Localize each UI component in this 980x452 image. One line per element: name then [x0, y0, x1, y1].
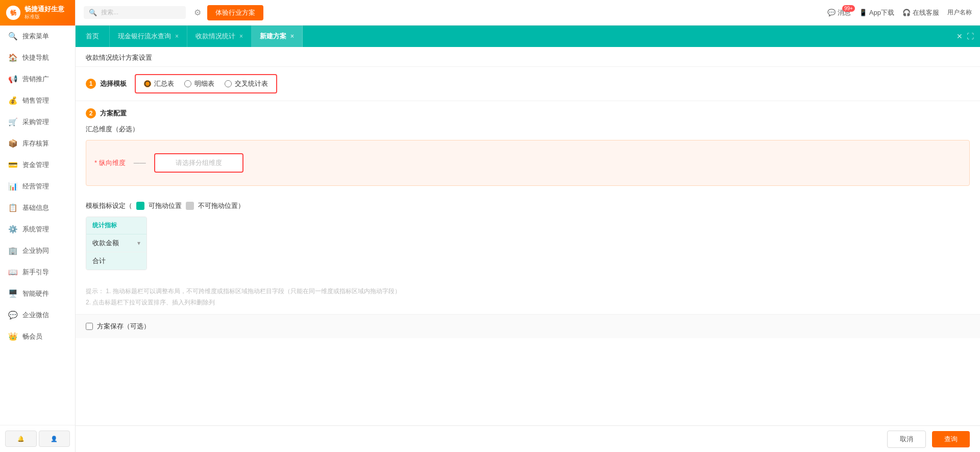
header-search-text: 搜索... — [101, 8, 118, 17]
metrics-subtotal: 合计 — [86, 252, 146, 270]
metrics-hint-row: 模板指标设定（ 可拖动位置 不可拖动位置） — [86, 201, 970, 210]
sidebar-item-7[interactable]: 📊经营管理 — [0, 176, 75, 197]
radio-summary[interactable]: 汇总表 — [144, 79, 174, 88]
tab-close-3[interactable]: × — [290, 33, 294, 40]
page-content: 收款情况统计方案设置 1 选择模板 汇总表 明细 — [76, 47, 980, 425]
dimension-area: * 纵向维度 —— 请选择分组维度 — [86, 140, 970, 186]
sidebar-icon-3: 💰 — [8, 96, 17, 105]
step1-badge: 1 — [86, 79, 96, 89]
metrics-header: 统计指标 — [86, 217, 146, 234]
sidebar-icon-4: 🛒 — [8, 117, 17, 127]
tab-label-0: 首页 — [86, 32, 99, 41]
arrow-icon: —— — [134, 159, 146, 166]
message-badge[interactable]: 💬 消息 99+ — [827, 8, 851, 17]
query-button[interactable]: 查询 — [932, 431, 970, 447]
tip-2: 2. 点击标题栏下拉可设置排序、插入列和删除列 — [86, 297, 970, 308]
sidebar-item-9[interactable]: ⚙️系统管理 — [0, 219, 75, 240]
sidebar-icon-1: 🏠 — [8, 53, 17, 62]
sidebar-label-8: 基础信息 — [22, 203, 49, 212]
sidebar-label-0: 搜索菜单 — [22, 32, 49, 41]
sidebar-item-0[interactable]: 🔍搜索菜单 — [0, 26, 75, 47]
tab-1[interactable]: 现金银行流水查询× — [110, 26, 187, 47]
footer-section: 方案保存（可选） — [76, 314, 980, 338]
sidebar-bottom-btn-1[interactable]: 🔔 — [5, 431, 37, 447]
sidebar-item-13[interactable]: 💬企业微信 — [0, 304, 75, 326]
tab-label-1: 现金银行流水查询 — [118, 32, 171, 41]
sidebar-item-1[interactable]: 🏠快捷导航 — [0, 47, 75, 68]
sidebar-label-14: 畅会员 — [22, 332, 42, 341]
app-name: 畅捷通好生意 — [24, 5, 64, 13]
sidebar-label-10: 企业协同 — [22, 246, 49, 255]
tab-0[interactable]: 首页 — [76, 26, 110, 47]
tab-close-1[interactable]: × — [175, 33, 179, 40]
sidebar-icon-11: 📖 — [8, 268, 17, 277]
sidebar-icon-5: 📦 — [8, 139, 17, 148]
sidebar-icon-12: 🖥️ — [8, 289, 17, 298]
download-label: App下载 — [869, 8, 894, 17]
top-header: 🔍 搜索... ⚙ 体验行业方案 💬 消息 99+ 📱 App下载 🎧 在线客服… — [76, 0, 980, 26]
content-area: 收款情况统计方案设置 1 选择模板 汇总表 明细 — [76, 47, 980, 425]
sidebar-item-3[interactable]: 💰销售管理 — [0, 90, 75, 111]
sidebar-icon-2: 📢 — [8, 75, 17, 84]
search-icon: 🔍 — [89, 9, 97, 16]
sidebar-item-14[interactable]: 👑畅会员 — [0, 326, 75, 347]
sidebar-label-7: 经营管理 — [22, 182, 49, 191]
dimension-select[interactable]: 请选择分组维度 — [154, 153, 243, 173]
metrics-table-area: 统计指标 收款金额 ▾ 合计 — [86, 217, 147, 270]
settings-icon[interactable]: ⚙ — [194, 8, 201, 17]
tab-close-2[interactable]: × — [239, 33, 243, 40]
tab-label-3: 新建方案 — [260, 32, 286, 41]
metrics-section: 模板指标设定（ 可拖动位置 不可拖动位置） 统计指标 收款金额 ▾ 合计 — [76, 201, 980, 280]
message-icon: 💬 — [827, 9, 836, 16]
sidebar-icon-8: 📋 — [8, 203, 17, 212]
sidebar-item-8[interactable]: 📋基础信息 — [0, 197, 75, 219]
maximize-window-icon[interactable]: ⛶ — [967, 32, 974, 40]
step2-label: 方案配置 — [100, 109, 127, 118]
header-actions: 💬 消息 99+ 📱 App下载 🎧 在线客服 用户名称 — [827, 8, 972, 17]
tab-2[interactable]: 收款情况统计× — [187, 26, 252, 47]
window-btns: ✕ ⛶ — [957, 32, 980, 40]
sidebar-item-4[interactable]: 🛒采购管理 — [0, 111, 75, 133]
message-count: 99+ — [842, 5, 855, 12]
save-checkbox[interactable] — [86, 323, 93, 330]
draggable-badge — [136, 202, 144, 210]
tab-bar: 首页现金银行流水查询×收款情况统计×新建方案× ✕ ⛶ — [76, 26, 980, 47]
tip-1: 提示： 1. 拖动标题栏可以调整布局，不可跨维度或指标区域拖动栏目字段（只能在同… — [86, 286, 970, 297]
sidebar-icon-0: 🔍 — [8, 32, 17, 41]
sidebar-icon-13: 💬 — [8, 311, 17, 320]
plan-config-section: 2 方案配置 汇总维度（必选） * 纵向维度 —— 请选择分组维度 — [76, 101, 980, 201]
step1-label: 选择模板 — [100, 79, 127, 88]
bottom-action-bar: 取消 查询 — [76, 425, 980, 452]
sidebar-item-2[interactable]: 📢营销推广 — [0, 68, 75, 90]
radio-detail[interactable]: 明细表 — [184, 79, 214, 88]
cancel-button[interactable]: 取消 — [887, 431, 926, 448]
sidebar-label-11: 新手引导 — [22, 268, 49, 277]
sidebar-item-6[interactable]: 💳资金管理 — [0, 154, 75, 176]
dropdown-icon[interactable]: ▾ — [137, 240, 140, 247]
trial-btn[interactable]: 体验行业方案 — [207, 5, 263, 20]
dimension-section-title: 汇总维度（必选） — [86, 125, 970, 134]
fixed-badge — [186, 202, 194, 210]
sidebar-label-12: 智能硬件 — [22, 289, 49, 298]
sidebar-item-10[interactable]: 🏢企业协同 — [0, 240, 75, 261]
sidebar-icon-9: ⚙️ — [8, 225, 17, 234]
sidebar-label-2: 营销推广 — [22, 75, 49, 84]
download-link[interactable]: 📱 App下载 — [859, 8, 894, 17]
sidebar-item-12[interactable]: 🖥️智能硬件 — [0, 283, 75, 304]
sidebar-item-11[interactable]: 📖新手引导 — [0, 261, 75, 283]
sidebar-icon-14: 👑 — [8, 332, 17, 341]
logo-icon: 畅 — [6, 6, 20, 20]
service-link[interactable]: 🎧 在线客服 — [902, 8, 939, 17]
sidebar-label-1: 快捷导航 — [22, 53, 49, 62]
sidebar-label-9: 系统管理 — [22, 225, 49, 234]
radio-cross[interactable]: 交叉统计表 — [225, 79, 268, 88]
sidebar-label-6: 资金管理 — [22, 160, 49, 170]
close-window-icon[interactable]: ✕ — [957, 32, 963, 40]
sidebar-item-5[interactable]: 📦库存核算 — [0, 133, 75, 154]
tab-label-2: 收款情况统计 — [195, 32, 235, 41]
sidebar-bottom-btn-2[interactable]: 👤 — [39, 431, 70, 447]
header-search-area[interactable]: 🔍 搜索... — [84, 6, 186, 19]
metrics-item-revenue: 收款金额 ▾ — [86, 234, 146, 252]
step2-badge: 2 — [86, 108, 96, 118]
tab-3[interactable]: 新建方案× — [252, 26, 303, 47]
